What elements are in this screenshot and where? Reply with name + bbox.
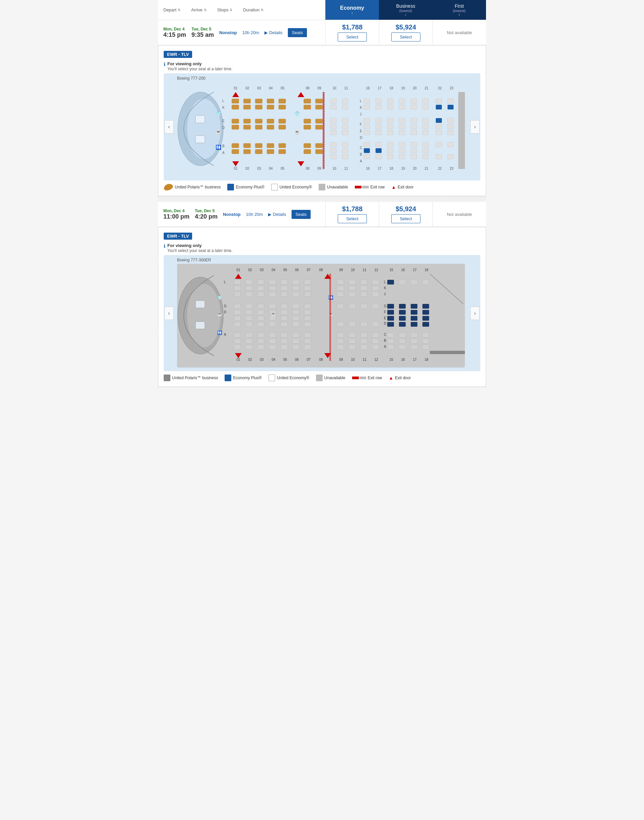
economy-select-2[interactable]: Select: [338, 214, 366, 223]
svg-rect-334: [293, 345, 299, 349]
duration-link-2[interactable]: 10h 20m: [246, 212, 263, 217]
seatmap-prev-1[interactable]: ‹: [164, 120, 174, 133]
svg-rect-290: [304, 322, 311, 326]
svg-rect-42: [267, 99, 274, 103]
svg-rect-332: [269, 345, 276, 349]
svg-rect-131: [387, 130, 393, 135]
svg-rect-300: [399, 304, 406, 309]
tab-business[interactable]: Business (lowest) ↓: [379, 0, 432, 20]
svg-rect-47: [267, 105, 274, 109]
business-select-2[interactable]: Select: [391, 214, 420, 223]
svg-rect-134: [422, 130, 428, 135]
svg-rect-152: [387, 148, 393, 153]
svg-rect-69: [304, 99, 311, 103]
seatmap-next-1[interactable]: ›: [470, 120, 480, 133]
arrive-sort[interactable]: Arrive ⇅: [191, 8, 207, 12]
svg-text:☕: ☕: [271, 311, 276, 317]
polaris-label-2: United Polaris℠ business: [172, 376, 218, 380]
duration-sort-icon: ⇅: [261, 8, 264, 12]
svg-rect-236: [269, 286, 276, 291]
svg-rect-350: [411, 339, 417, 343]
svg-rect-153: [399, 148, 405, 153]
first-availability-2: Not available: [432, 202, 486, 227]
svg-rect-98: [342, 105, 348, 109]
svg-rect-310: [422, 316, 429, 320]
svg-text:01: 01: [236, 358, 240, 362]
svg-rect-298: [372, 322, 379, 326]
arrive-time-2: 4:20 pm: [195, 213, 218, 220]
svg-rect-92: [399, 99, 405, 103]
seatmap-prev-2[interactable]: ‹: [164, 307, 174, 320]
economy-amount-1: $1,788: [342, 23, 362, 31]
svg-rect-54: [232, 125, 239, 130]
details-link-1[interactable]: ▶ Details: [264, 30, 282, 35]
stops-sort[interactable]: Stops ⇅: [217, 8, 232, 12]
svg-text:07: 07: [307, 358, 311, 362]
viewing-only-sub-1: You'll select your seat at a later time.: [167, 67, 233, 71]
svg-text:B: B: [384, 339, 386, 342]
svg-point-2: [187, 99, 221, 159]
svg-text:J: J: [360, 112, 362, 116]
svg-rect-280: [269, 316, 276, 320]
svg-rect-261: [411, 280, 417, 285]
svg-rect-53: [279, 119, 286, 124]
svg-text:F: F: [384, 310, 386, 314]
svg-rect-335: [304, 345, 311, 349]
svg-rect-269: [304, 304, 311, 309]
svg-text:05: 05: [283, 358, 287, 362]
svg-rect-284: [234, 322, 241, 326]
svg-rect-68: [279, 149, 286, 154]
seat-map-2: EWR - TLV ℹ For viewing only You'll sele…: [158, 227, 486, 387]
economy-icon-1: [271, 184, 278, 190]
svg-rect-331: [258, 345, 264, 349]
svg-rect-157: [342, 154, 348, 159]
svg-rect-158: [364, 154, 370, 159]
svg-rect-328: [304, 339, 311, 343]
svg-rect-118: [342, 124, 348, 129]
svg-rect-100: [376, 105, 382, 109]
svg-text:C: C: [360, 146, 362, 150]
seats-button-2[interactable]: Seats: [291, 210, 311, 219]
svg-rect-154: [411, 148, 417, 153]
seatmap-outer-1: ‹ › Boeing 777-200: [164, 73, 480, 180]
svg-text:L: L: [384, 280, 386, 284]
svg-rect-57: [267, 125, 274, 130]
svg-rect-113: [411, 118, 417, 123]
svg-rect-72: [315, 105, 323, 109]
legend-exit-row-2: Exit row: [352, 376, 382, 380]
unavail-icon-1: [319, 184, 325, 190]
duration-sort[interactable]: Duration ⇅: [243, 8, 264, 12]
svg-text:D: D: [360, 136, 362, 139]
svg-rect-139: [342, 142, 348, 147]
seatmap-outer-2: ‹ › Boeing 777-300ER 01: [164, 255, 480, 371]
svg-rect-167: [376, 148, 382, 153]
svg-rect-357: [399, 345, 406, 349]
svg-rect-285: [246, 322, 252, 326]
svg-text:08: 08: [306, 86, 310, 90]
flight-row-2: Mon, Dec 4 11:00 pm Tue, Dec 5 4:20 pm N…: [158, 202, 486, 227]
svg-rect-305: [411, 310, 417, 314]
legend-unavail-2: Unavailable: [316, 374, 345, 381]
seatmap-next-2[interactable]: ›: [470, 307, 480, 320]
svg-rect-302: [422, 304, 429, 309]
svg-rect-355: [372, 345, 379, 349]
svg-text:11: 11: [362, 358, 366, 362]
svg-rect-99: [364, 105, 370, 109]
svg-rect-55: [243, 125, 251, 130]
svg-rect-93: [411, 99, 417, 103]
seats-button-1[interactable]: Seats: [288, 28, 307, 37]
tab-economy[interactable]: Economy ↕: [325, 0, 379, 20]
svg-rect-313: [411, 322, 417, 326]
tab-first[interactable]: First (lowest) ↕: [432, 0, 486, 20]
depart-sort[interactable]: Depart ⇅: [163, 8, 180, 12]
svg-rect-237: [281, 286, 288, 291]
svg-rect-56: [255, 125, 262, 130]
svg-rect-147: [448, 142, 454, 147]
info-icon-1: ℹ: [164, 61, 166, 67]
details-link-2[interactable]: ▶ Details: [268, 212, 286, 217]
svg-text:05: 05: [281, 86, 285, 90]
legend-economy-2: United Economy®: [268, 374, 309, 381]
economy-select-1[interactable]: Select: [338, 32, 366, 41]
business-select-1[interactable]: Select: [391, 32, 420, 41]
duration-link-1[interactable]: 10h 20m: [242, 30, 259, 35]
